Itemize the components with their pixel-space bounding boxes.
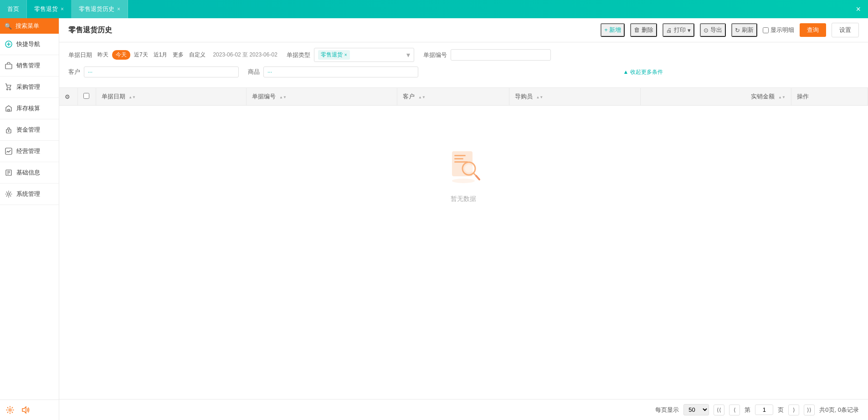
page-size-label: 每页显示 (655, 406, 679, 414)
page-title: 零售退货历史 (68, 26, 112, 35)
sidebar-item-system-mgmt-label: 系统管理 (16, 190, 40, 198)
first-page-button[interactable]: ⟨⟨ (714, 405, 724, 415)
doc-type-tag-text: 零售退货 (321, 51, 343, 59)
actual-amount-sort-icon: ▲▼ (778, 95, 786, 99)
th-actual-amount[interactable]: 实销金额 ▲▼ (640, 88, 791, 106)
doc-type-label: 单据类型 (287, 51, 310, 59)
show-detail-checkbox[interactable] (763, 27, 769, 33)
date-buttons: 昨天 今天 近7天 近1月 更多 自定义 (96, 50, 207, 60)
th-settings[interactable]: ⚙ (59, 88, 77, 106)
sidebar-item-operation-mgmt-label: 经营管理 (16, 147, 40, 155)
th-doc-no-label: 单据编号 (252, 93, 276, 100)
table-area: ⚙ 单据日期 ▲▼ 单据编号 ▲▼ (59, 88, 868, 399)
customer-filter-group: 客户 ··· (68, 67, 239, 77)
doc-date-sort-icon: ▲▼ (128, 95, 136, 99)
sidebar-item-basic-info[interactable]: 基础信息 (0, 162, 59, 184)
current-page-input[interactable] (755, 405, 773, 415)
svg-point-14 (8, 193, 10, 195)
date-btn-more[interactable]: 更多 (171, 50, 185, 60)
goods-ellipsis[interactable]: ··· (267, 69, 272, 75)
table-settings-icon[interactable]: ⚙ (65, 93, 70, 100)
show-detail-check[interactable]: 显示明细 (763, 26, 794, 34)
th-actual-amount-label: 实销金额 (751, 93, 775, 100)
sidebar-item-purchase-mgmt[interactable]: 采购管理 (0, 77, 59, 98)
sidebar-item-system-mgmt[interactable]: 系统管理 (0, 184, 59, 205)
date-btn-yesterday[interactable]: 昨天 (96, 50, 110, 60)
sidebar-item-quick-nav[interactable]: 快捷导航 (0, 34, 59, 55)
retail-return-history-tab-close[interactable]: × (117, 6, 120, 12)
th-doc-no[interactable]: 单据编号 ▲▼ (247, 88, 397, 106)
sidebar-search[interactable]: 🔍 搜索菜单 (0, 18, 59, 34)
customer-filter-label: 客户 (68, 68, 80, 76)
collapse-button[interactable]: ▲ 收起更多条件 (623, 68, 663, 76)
operation-mgmt-icon (5, 147, 13, 155)
finance-mgmt-icon (5, 126, 13, 134)
goods-filter-label: 商品 (248, 68, 260, 76)
svg-point-23 (465, 164, 473, 173)
customer-select[interactable]: ··· (84, 67, 239, 77)
top-bar: 首页 零售退货 × 零售退货历史 × × (0, 0, 868, 18)
doc-no-input[interactable] (451, 49, 551, 61)
export-icon: ⊙ (704, 27, 709, 34)
svg-marker-16 (22, 407, 26, 413)
svg-point-15 (9, 409, 11, 411)
date-btn-today[interactable]: 今天 (112, 50, 130, 60)
customer-ellipsis[interactable]: ··· (88, 69, 92, 75)
refresh-button[interactable]: ↻ 刷新 (731, 23, 757, 37)
sidebar-item-sales-mgmt[interactable]: 销售管理 (0, 55, 59, 77)
sidebar-item-inventory[interactable]: 库存核算 (0, 98, 59, 119)
sidebar-item-sales-mgmt-label: 销售管理 (16, 61, 40, 70)
doc-no-label: 单据编号 (423, 51, 447, 59)
tab-retail-return[interactable]: 零售退货 × (27, 0, 72, 18)
th-doc-date[interactable]: 单据日期 ▲▼ (96, 88, 247, 106)
tab-list: 首页 零售退货 × 零售退货历史 × (0, 0, 848, 18)
next-page-button[interactable]: ⟩ (788, 405, 799, 415)
tab-retail-return-history[interactable]: 零售退货历史 × (72, 0, 128, 18)
th-guide[interactable]: 导购员 ▲▼ (509, 88, 640, 106)
print-button[interactable]: 🖨 打印 ▾ (663, 23, 694, 37)
pagination-bar: 每页显示 50 10 20 100 ⟨⟨ ⟨ 第 页 ⟩ ⟩⟩ 共0页, 0条记… (59, 399, 868, 420)
query-button[interactable]: 查询 (800, 23, 826, 37)
setting-button[interactable]: 设置 (832, 23, 859, 37)
select-all-checkbox[interactable] (83, 93, 89, 99)
print-dropdown-icon: ▾ (688, 27, 691, 34)
page-unit: 页 (778, 406, 784, 414)
search-icon: 🔍 (5, 23, 12, 30)
total-info: 共0页, 0条记录 (819, 406, 859, 414)
retail-return-tab-close[interactable]: × (61, 6, 64, 12)
svg-rect-9 (5, 148, 12, 154)
show-detail-label: 显示明细 (770, 26, 794, 34)
doc-type-tag-close[interactable]: × (344, 52, 347, 57)
retail-return-tab-label: 零售退货 (34, 5, 58, 13)
new-button[interactable]: + 新增 (601, 23, 625, 37)
svg-point-4 (7, 89, 8, 90)
th-checkbox[interactable] (77, 88, 96, 106)
sidebar-item-finance-mgmt[interactable]: 资金管理 (0, 119, 59, 141)
date-range-display: 2023-06-02 至 2023-06-02 (213, 51, 277, 59)
th-customer[interactable]: 客户 ▲▼ (397, 88, 509, 106)
th-operation-label: 操作 (797, 93, 809, 100)
settings-bottom-icon[interactable] (5, 405, 15, 415)
last-page-button[interactable]: ⟩⟩ (804, 405, 815, 415)
sidebar-item-operation-mgmt[interactable]: 经营管理 (0, 141, 59, 162)
export-button[interactable]: ⊙ 导出 (700, 23, 726, 37)
page-size-select[interactable]: 50 10 20 100 (683, 404, 709, 415)
date-btn-custom[interactable]: 自定义 (187, 50, 207, 60)
window-close-button[interactable]: × (848, 5, 868, 14)
volume-bottom-icon[interactable] (20, 405, 31, 415)
delete-button[interactable]: 🗑 删除 (630, 23, 657, 37)
sidebar-search-label: 搜索菜单 (15, 22, 39, 30)
sidebar-item-purchase-mgmt-label: 采购管理 (16, 83, 40, 91)
date-btn-1month[interactable]: 近1月 (152, 50, 169, 60)
sidebar-bottom (0, 400, 59, 420)
collapse-label: 收起更多条件 (630, 68, 663, 76)
prev-page-button[interactable]: ⟨ (729, 405, 740, 415)
sidebar-item-inventory-label: 库存核算 (16, 104, 40, 113)
doc-type-select[interactable]: 零售退货 × ▾ (314, 48, 414, 62)
tab-home[interactable]: 首页 (0, 0, 27, 18)
system-mgmt-icon (5, 190, 13, 198)
date-btn-7days[interactable]: 近7天 (132, 50, 150, 60)
home-tab-label: 首页 (7, 5, 19, 13)
goods-select[interactable]: ··· (263, 67, 418, 77)
empty-area: 暂无数据 (59, 106, 868, 240)
